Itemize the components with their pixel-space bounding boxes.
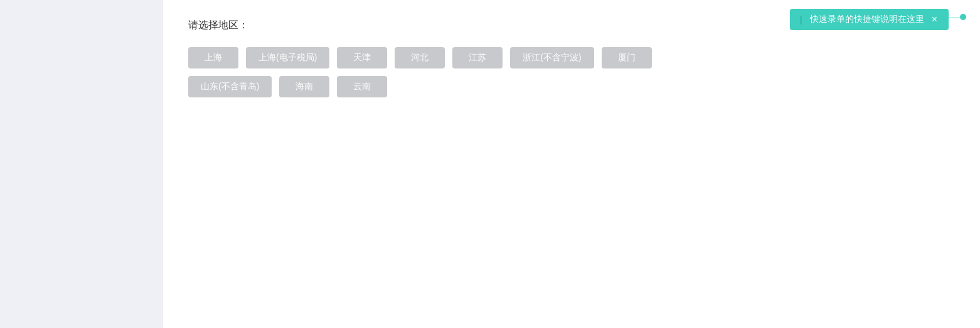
tooltip-close-button[interactable]: × [930, 14, 939, 25]
region-btn-hainan[interactable]: 海南 [279, 76, 329, 97]
main-content: 请选择地区： 上海上海(电子税局)天津河北江苏浙江(不含宁波)厦门 山东(不含青… [163, 0, 980, 328]
region-row-1: 上海上海(电子税局)天津河北江苏浙江(不含宁波)厦门 [188, 47, 955, 68]
region-btn-tianjin[interactable]: 天津 [337, 47, 387, 68]
region-btn-zhejiang[interactable]: 浙江(不含宁波) [510, 47, 594, 68]
tooltip-text: 快速录单的快捷键说明在这里 [810, 14, 924, 25]
tooltip-banner: 快速录单的快捷键说明在这里 × [790, 9, 949, 30]
region-btn-hebei[interactable]: 河北 [395, 47, 445, 68]
region-btn-shandong[interactable]: 山东(不含青岛) [188, 76, 272, 97]
region-btn-jiangsu[interactable]: 江苏 [452, 47, 503, 68]
region-btn-yunnan[interactable]: 云南 [337, 76, 387, 97]
region-btn-xiamen[interactable]: 厦门 [602, 47, 652, 68]
connector-line [949, 18, 960, 18]
region-btn-shanghai-etax[interactable]: 上海(电子税局) [246, 47, 329, 68]
dot-indicator [960, 14, 966, 20]
region-btn-shanghai[interactable]: 上海 [188, 47, 238, 68]
left-sidebar [0, 0, 163, 328]
region-row-2: 山东(不含青岛)海南云南 [188, 76, 955, 97]
